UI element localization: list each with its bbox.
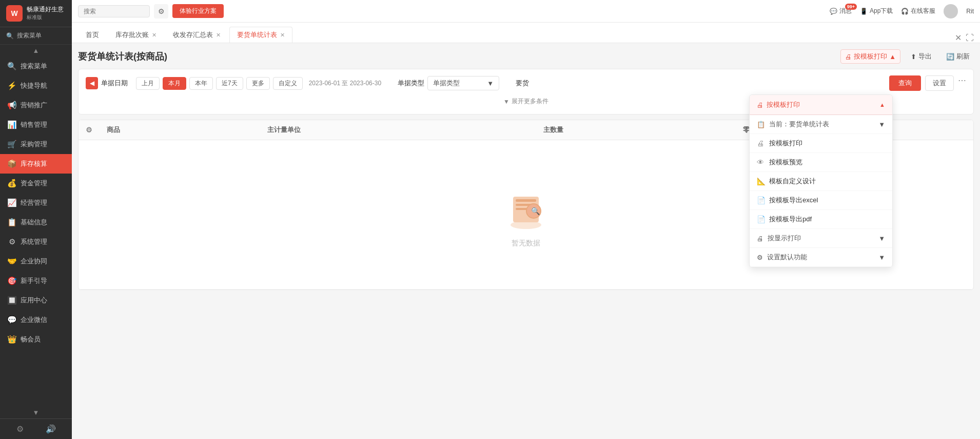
expand-more-label: 展开更多条件: [512, 97, 548, 106]
topbar-search-input[interactable]: [78, 5, 150, 17]
sidebar-item-finance[interactable]: 💰资金管理: [0, 174, 72, 193]
tab-window-close-btn[interactable]: ✕: [955, 33, 962, 43]
display-print-icon: 🖨: [757, 235, 763, 242]
sidebar-search-label: 搜索菜单: [17, 31, 42, 40]
more-actions-icon[interactable]: ⋯: [958, 75, 966, 91]
tab-order-summary[interactable]: 要货单统计表✕: [229, 27, 292, 43]
export-btn[interactable]: ⬆ 导出: [907, 50, 936, 63]
date-btn-近7天[interactable]: 近7天: [216, 77, 243, 90]
sidebar-item-operation[interactable]: 📈经营管理: [0, 193, 72, 213]
date-btn-本月[interactable]: 本月: [163, 77, 186, 90]
sidebar-item-purchase[interactable]: 🛒采购管理: [0, 135, 72, 154]
topbar-actions: 💬 消息 99+ 📱 App下载 🎧 在线客服 Rit: [830, 4, 974, 18]
system-icon: ⚙: [7, 237, 16, 246]
dropdown-template-preview[interactable]: 👁 按模板预览: [750, 153, 892, 172]
tab-inventory-batch[interactable]: 库存批次账✕: [108, 27, 164, 43]
sidebar-scroll-down[interactable]: ▼: [0, 407, 72, 418]
dropdown-current-item[interactable]: 📋 当前：要货单统计表 ▼: [750, 115, 892, 134]
filter-row: ◀ 单据日期 上月本月本年近7天更多自定义 2023-06-01 至 2023-…: [86, 75, 966, 91]
dropdown-display-print[interactable]: 🖨 按显示打印 ▼: [750, 229, 892, 248]
tab-close-order-summary[interactable]: ✕: [280, 32, 285, 39]
username: Rit: [966, 8, 974, 15]
sidebar-item-label-finance: 资金管理: [21, 179, 47, 188]
dropdown-template-print[interactable]: 🖨 按模板打印: [750, 134, 892, 153]
export-label: 导出: [918, 52, 932, 61]
service-icon: 🎧: [901, 8, 909, 15]
tab-expand-btn[interactable]: ⛶: [966, 33, 974, 43]
template-print-icon: 🖨: [757, 139, 765, 147]
content-area: 要货单统计表(按商品) 🖨 按模板打印 ▲ ⬆ 导出 🔄 刷新: [72, 43, 980, 439]
refresh-icon: 🔄: [946, 53, 954, 61]
svg-text:🔍: 🔍: [531, 207, 540, 216]
enterprise-wechat-icon: 💬: [7, 315, 16, 325]
sidebar-item-enterprise[interactable]: 🤝企业协同: [0, 252, 72, 271]
sidebar: W 畅康通好生意 标准版 🔍 搜索菜单 ▲ 🔍搜索菜单⚡快捷导航📢营销推广📊销售…: [0, 0, 72, 439]
dropdown-close-btn[interactable]: ▲: [879, 102, 885, 108]
topbar-gear-btn[interactable]: ⚙: [154, 4, 168, 18]
audio-icon[interactable]: 🔊: [46, 424, 56, 434]
dropdown-template-design[interactable]: 📐 模板自定义设计: [750, 172, 892, 191]
filter-collapse-btn[interactable]: ◀: [86, 77, 98, 89]
purchase-icon: 🛒: [7, 140, 16, 149]
tab-label-collection-summary: 收发存汇总表: [173, 30, 213, 40]
sidebar-item-sales[interactable]: 📊销售管理: [0, 115, 72, 135]
sidebar-item-member[interactable]: 👑畅会员: [0, 330, 72, 349]
online-service-label: 在线客服: [911, 7, 935, 15]
message-icon: 💬: [830, 8, 837, 15]
template-print-label: 按模板打印: [769, 139, 802, 148]
dropdown-set-default[interactable]: ⚙ 设置默认功能 ▼: [750, 248, 892, 267]
date-btn-上月[interactable]: 上月: [136, 77, 160, 90]
user-avatar[interactable]: [944, 4, 958, 18]
sidebar-scroll-up[interactable]: ▲: [0, 45, 72, 56]
tabbar: 首页库存批次账✕收发存汇总表✕要货单统计表✕ ✕ ⛶: [72, 23, 980, 43]
tab-home[interactable]: 首页: [78, 27, 107, 43]
sidebar-item-guide[interactable]: 🎯新手引导: [0, 271, 72, 291]
column-settings-icon[interactable]: ⚙: [86, 126, 92, 134]
dropdown-title: 按模板打印: [767, 100, 800, 109]
sidebar-logo: W 畅康通好生意 标准版: [0, 0, 72, 27]
sidebar-item-marketing[interactable]: 📢营销推广: [0, 96, 72, 115]
tabbar-right: ✕ ⛶: [955, 33, 974, 43]
messages-action[interactable]: 💬 消息 99+: [830, 7, 852, 15]
sidebar-item-label-sales: 销售管理: [21, 120, 47, 129]
refresh-label: 刷新: [956, 52, 970, 61]
tab-close-inventory-batch[interactable]: ✕: [152, 32, 156, 39]
industry-btn[interactable]: 体验行业方案: [172, 4, 224, 18]
app-logo-icon: W: [6, 5, 23, 22]
order-type-label: 单据类型: [398, 79, 424, 88]
page-header: 要货单统计表(按商品) 🖨 按模板打印 ▲ ⬆ 导出 🔄 刷新: [78, 49, 974, 64]
date-range-buttons: 上月本月本年近7天更多自定义: [136, 77, 303, 90]
tab-collection-summary[interactable]: 收发存汇总表✕: [165, 27, 228, 43]
app-download-action[interactable]: 📱 App下载: [860, 7, 893, 15]
tab-close-collection-summary[interactable]: ✕: [216, 32, 221, 39]
sidebar-item-basic[interactable]: 📋基础信息: [0, 213, 72, 232]
sidebar-item-label-quick-nav: 快捷导航: [21, 81, 47, 90]
settings-btn[interactable]: 设置: [925, 75, 954, 91]
dropdown-template-pdf[interactable]: 📄 按模板导出pdf: [750, 210, 892, 229]
online-service-action[interactable]: 🎧 在线客服: [901, 7, 935, 15]
sidebar-search[interactable]: 🔍 搜索菜单: [0, 27, 72, 45]
sidebar-item-search[interactable]: 🔍搜索菜单: [0, 56, 72, 76]
date-btn-本年[interactable]: 本年: [189, 77, 213, 90]
order-type-select[interactable]: 单据类型 ▼: [427, 76, 499, 90]
sidebar-item-quick-nav[interactable]: ⚡快捷导航: [0, 76, 72, 96]
settings-icon[interactable]: ⚙: [16, 424, 24, 434]
sidebar-item-system[interactable]: ⚙系统管理: [0, 232, 72, 252]
date-btn-自定义[interactable]: 自定义: [273, 77, 303, 90]
col-settings: ⚙: [79, 120, 100, 140]
refresh-btn[interactable]: 🔄 刷新: [942, 50, 974, 63]
query-btn[interactable]: 查询: [889, 75, 921, 91]
sidebar-item-label-system: 系统管理: [21, 237, 47, 246]
set-default-label: 设置默认功能: [767, 253, 807, 262]
guide-icon: 🎯: [7, 276, 16, 285]
dropdown-template-excel[interactable]: 📄 按模板导出excel: [750, 191, 892, 210]
sidebar-item-inventory[interactable]: 📦库存核算: [0, 154, 72, 174]
sidebar-item-label-basic: 基础信息: [21, 218, 47, 227]
topbar: ⚙ 体验行业方案 💬 消息 99+ 📱 App下载 🎧 在线客服 Rit: [72, 0, 980, 23]
sidebar-item-app-center[interactable]: 🔲应用中心: [0, 291, 72, 310]
svg-rect-2: [516, 199, 536, 202]
print-btn[interactable]: 🖨 按模板打印 ▲: [840, 49, 900, 64]
date-btn-更多[interactable]: 更多: [246, 77, 270, 90]
quick-nav-icon: ⚡: [7, 81, 16, 90]
sidebar-item-enterprise-wechat[interactable]: 💬企业微信: [0, 310, 72, 330]
